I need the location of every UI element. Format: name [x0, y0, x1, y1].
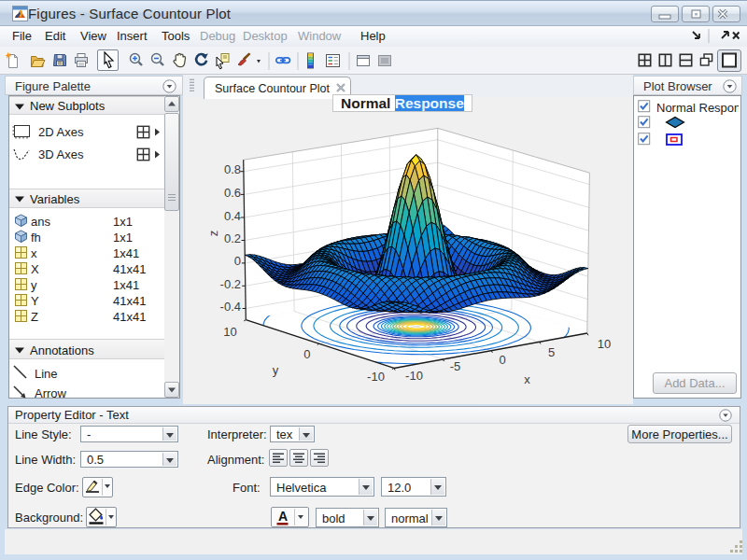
- svg-text:0: 0: [303, 347, 310, 361]
- svg-text:0.6: 0.6: [224, 186, 241, 200]
- svg-text:0: 0: [234, 254, 241, 268]
- svg-text:A: A: [278, 509, 288, 524]
- svg-text:10: 10: [598, 337, 611, 351]
- svg-text:-0.2: -0.2: [220, 277, 241, 291]
- svg-text:0.2: 0.2: [224, 231, 241, 245]
- svg-text:-0.4: -0.4: [220, 300, 241, 314]
- svg-text:0.4: 0.4: [224, 209, 241, 223]
- svg-text:x: x: [524, 372, 530, 386]
- svg-text:10: 10: [223, 325, 236, 339]
- svg-text:5: 5: [548, 345, 555, 359]
- svg-text:-10: -10: [405, 369, 423, 383]
- svg-text:-10: -10: [367, 370, 385, 384]
- svg-text:0.8: 0.8: [224, 162, 241, 176]
- svg-text:y: y: [273, 363, 279, 377]
- svg-text:z: z: [206, 231, 220, 237]
- svg-text:0: 0: [499, 353, 505, 367]
- svg-text:-5: -5: [450, 359, 461, 373]
